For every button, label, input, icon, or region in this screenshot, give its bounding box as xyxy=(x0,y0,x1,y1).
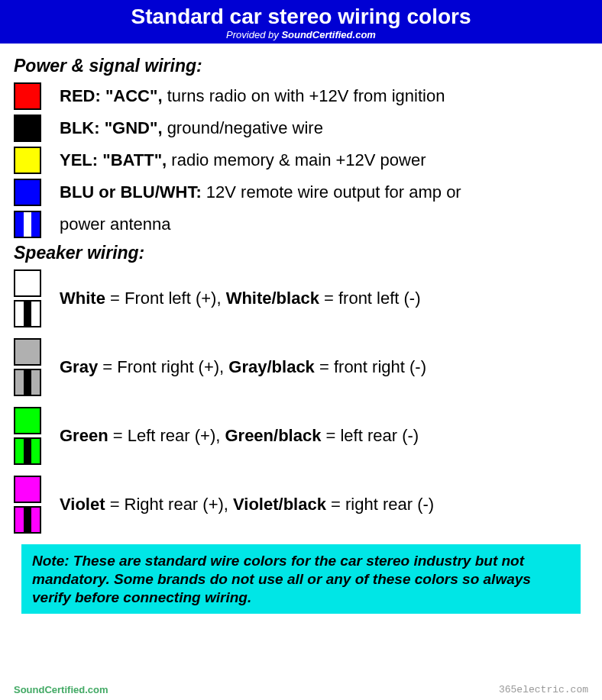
footer-right: 365electric.com xyxy=(499,684,588,695)
speaker-name-neg: Violet/black xyxy=(233,495,326,514)
speaker-name: Gray xyxy=(60,357,98,376)
color-swatch xyxy=(14,269,41,297)
power-row: power antenna xyxy=(14,211,588,238)
power-wiring-list: RED: "ACC", turns radio on with +12V fro… xyxy=(14,82,588,238)
speaker-swatch-pair xyxy=(14,338,60,396)
speaker-neg: front left (-) xyxy=(338,289,421,308)
power-label-rest: ground/negative wire xyxy=(163,118,323,137)
power-row: BLK: "GND", ground/negative wire xyxy=(14,115,588,142)
eq: = xyxy=(105,495,125,514)
color-swatch xyxy=(14,147,41,174)
color-swatch xyxy=(14,211,41,238)
speaker-row: Violet = Right rear (+), Violet/black = … xyxy=(14,476,588,534)
content: Power & signal wiring: RED: "ACC", turns… xyxy=(0,44,602,614)
power-label-rest: radio memory & main +12V power xyxy=(167,150,426,169)
speaker-neg: right rear (-) xyxy=(345,495,434,514)
speaker-name: White xyxy=(60,289,105,308)
speaker-pos: Right rear (+) xyxy=(125,495,224,514)
speaker-swatch-pair xyxy=(14,476,60,534)
color-swatch-striped xyxy=(14,506,41,534)
color-swatch xyxy=(14,115,41,142)
speaker-row: Gray = Front right (+), Gray/black = fro… xyxy=(14,338,588,396)
eq: = xyxy=(105,289,125,308)
speaker-name: Green xyxy=(60,426,108,445)
color-swatch xyxy=(14,407,41,434)
provided-prefix: Provided by xyxy=(226,29,281,40)
speaker-wiring-list: White = Front left (+), White/black = fr… xyxy=(14,269,588,534)
power-row-text: BLK: "GND", ground/negative wire xyxy=(60,118,323,138)
footer-left: SoundCertified.com xyxy=(14,684,108,695)
eq: = xyxy=(98,357,117,376)
heading-speaker: Speaker wiring: xyxy=(14,243,588,263)
swatch-col xyxy=(14,115,60,142)
power-row: BLU or BLU/WHT: 12V remote wire output f… xyxy=(14,179,588,206)
eq: = xyxy=(315,357,334,376)
eq: = xyxy=(326,495,345,514)
color-swatch xyxy=(14,476,41,503)
speaker-neg: left rear (-) xyxy=(340,426,419,445)
speaker-swatch-pair xyxy=(14,269,60,327)
power-label-bold: RED: "ACC", xyxy=(60,86,163,105)
speaker-name: Violet xyxy=(60,495,105,514)
power-label-bold: BLK: "GND", xyxy=(60,118,163,137)
speaker-row-text: Violet = Right rear (+), Violet/black = … xyxy=(60,495,434,515)
power-label-bold: BLU or BLU/WHT: xyxy=(60,182,202,202)
note-box: Note: These are standard wire colors for… xyxy=(21,544,581,614)
swatch-col xyxy=(14,179,60,206)
color-swatch-striped xyxy=(14,369,41,396)
speaker-row-text: Gray = Front right (+), Gray/black = fro… xyxy=(60,357,426,377)
color-swatch xyxy=(14,338,41,366)
speaker-row: White = Front left (+), White/black = fr… xyxy=(14,269,588,327)
eq: = xyxy=(321,426,340,445)
power-label-rest: 12V remote wire output for amp or xyxy=(202,182,461,202)
speaker-pos: Front left (+) xyxy=(125,289,216,308)
speaker-name-neg: White/black xyxy=(226,289,319,308)
heading-power: Power & signal wiring: xyxy=(14,56,588,76)
speaker-row-text: White = Front left (+), White/black = fr… xyxy=(60,289,421,308)
comma: , xyxy=(216,289,225,308)
color-swatch-striped xyxy=(14,437,41,465)
footer: SoundCertified.com 365electric.com xyxy=(0,684,602,695)
provided-brand: SoundCertified.com xyxy=(281,29,376,40)
header: Standard car stereo wiring colors Provid… xyxy=(0,0,602,44)
comma: , xyxy=(215,426,225,445)
eq: = xyxy=(108,426,128,445)
speaker-name-neg: Green/black xyxy=(225,426,321,445)
power-row: YEL: "BATT", radio memory & main +12V po… xyxy=(14,147,588,174)
comma: , xyxy=(219,357,228,376)
eq: = xyxy=(319,289,338,308)
comma: , xyxy=(224,495,233,514)
swatch-col xyxy=(14,82,60,110)
speaker-swatch-pair xyxy=(14,407,60,465)
power-row-text: YEL: "BATT", radio memory & main +12V po… xyxy=(60,150,426,170)
swatch-col xyxy=(14,211,60,238)
power-row-text: power antenna xyxy=(60,215,171,234)
speaker-pos: Front right (+) xyxy=(117,357,219,376)
swatch-col xyxy=(14,147,60,174)
speaker-row-text: Green = Left rear (+), Green/black = lef… xyxy=(60,426,419,446)
speaker-neg: front right (-) xyxy=(334,357,426,376)
page-subtitle: Provided by SoundCertified.com xyxy=(0,29,602,40)
note-body: These are standard wire colors for the c… xyxy=(32,553,531,605)
power-label-rest: power antenna xyxy=(60,215,171,234)
speaker-pos: Left rear (+) xyxy=(128,426,216,445)
power-label-bold: YEL: "BATT", xyxy=(60,150,167,169)
page-title: Standard car stereo wiring colors xyxy=(0,5,602,29)
power-row-text: BLU or BLU/WHT: 12V remote wire output f… xyxy=(60,182,461,202)
power-label-rest: turns radio on with +12V from ignition xyxy=(163,86,445,105)
power-row-text: RED: "ACC", turns radio on with +12V fro… xyxy=(60,86,445,106)
color-swatch-striped xyxy=(14,300,41,327)
speaker-name-neg: Gray/black xyxy=(228,357,315,376)
color-swatch xyxy=(14,179,41,206)
color-swatch xyxy=(14,82,41,110)
speaker-row: Green = Left rear (+), Green/black = lef… xyxy=(14,407,588,465)
note-prefix: Note: xyxy=(32,553,70,569)
power-row: RED: "ACC", turns radio on with +12V fro… xyxy=(14,82,588,110)
